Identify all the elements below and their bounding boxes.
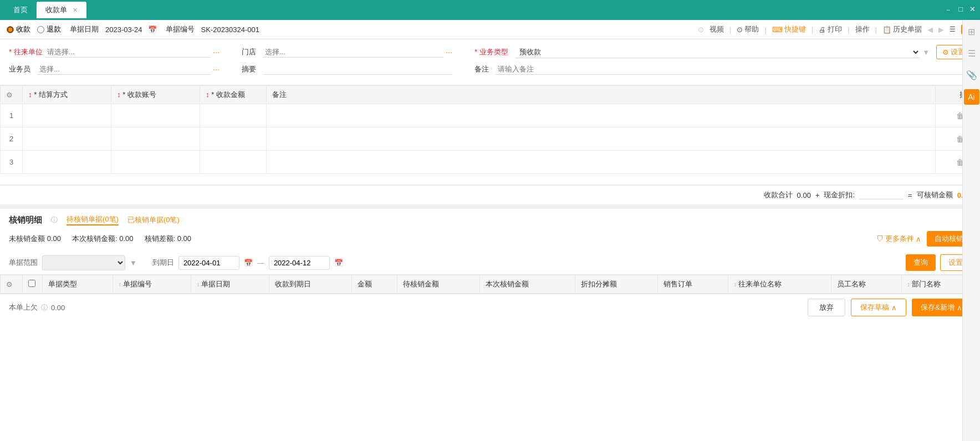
store-field: 门店 ··· (242, 47, 452, 58)
cell-note-1[interactable] (267, 104, 936, 127)
col-gear: ⚙ (1, 86, 23, 104)
reconciliation-section: 核销明细 ⓘ 待核销单据(0笔) 已核销单据(0笔) 未核销金额 0.00 本次… (0, 204, 980, 294)
cell-note-2[interactable] (267, 127, 936, 151)
store-label: 门店 (242, 47, 256, 57)
cell-amount-3[interactable] (200, 151, 267, 174)
btcol-discount: 折扣分摊额 (575, 275, 657, 294)
info-icon[interactable]: ⓘ (51, 216, 58, 225)
table-row: 1 🗑 ⊕ (1, 104, 980, 127)
number-label: 单据编号 (166, 24, 195, 34)
save-new-chevron-icon: ∧ (957, 304, 962, 312)
due-date-to-input[interactable] (269, 256, 330, 270)
counterpart-more-icon[interactable]: ··· (213, 48, 220, 57)
total-label: 收款合计 (764, 190, 793, 200)
salesperson-more-icon[interactable]: ··· (213, 65, 220, 74)
pending-tab[interactable]: 待核销单据(0笔) (67, 214, 119, 225)
main-table: ⚙ ↕ * 结算方式 ↕ * 收款账号 ↕ * 收款金额 (0, 85, 980, 174)
bottom-table-gear-icon[interactable]: ⚙ (6, 280, 13, 289)
cell-settlement-3[interactable] (23, 151, 111, 174)
main-content: 收款 退款 单据日期 2023-03-24 📅 单据编号 SK-20230324… (0, 20, 980, 441)
footer-info-icon[interactable]: ⓘ (41, 303, 48, 312)
discard-button[interactable]: 放弃 (808, 299, 845, 316)
help-btn[interactable]: ⊙ 帮助 (737, 24, 759, 34)
shortcut-btn[interactable]: ⌨ 快捷键 (772, 24, 806, 34)
close-icon[interactable]: ✕ (969, 5, 976, 15)
due-date-from-input[interactable] (178, 256, 239, 270)
video-btn[interactable]: 视频 (710, 24, 724, 34)
refund-radio-input[interactable] (37, 26, 44, 33)
date-calendar-icon[interactable]: 📅 (148, 25, 157, 34)
form-area: * 往来单位 ··· 门店 ··· * 业务类型 预收款 ▼ ⚙ 设置 (0, 39, 980, 85)
diff-stat: 核销差额: 0.00 (145, 234, 192, 244)
sidebar-table-icon[interactable]: ⊞ (966, 24, 977, 39)
cell-settlement-1[interactable] (23, 104, 111, 127)
print-btn[interactable]: 🖨 打印 (819, 24, 842, 34)
tab-close-icon[interactable]: ✕ (73, 7, 78, 13)
form-row-1: * 往来单位 ··· 门店 ··· * 业务类型 预收款 ▼ ⚙ 设置 (9, 45, 971, 59)
btcol-salesorder: 销售订单 (658, 275, 728, 294)
col-note: 备注 (267, 86, 936, 104)
tab-bar: 首页 收款单 ✕ － □ ✕ (0, 0, 980, 20)
maximize-icon[interactable]: □ (958, 5, 963, 15)
select-all-checkbox[interactable] (28, 280, 35, 287)
cell-note-3[interactable] (267, 151, 936, 174)
completed-tab[interactable]: 已核销单据(0笔) (127, 215, 180, 225)
sidebar-chat-icon[interactable]: Ai (964, 89, 979, 105)
sidebar-attachment-icon[interactable]: 📎 (964, 68, 979, 83)
cell-amount-1[interactable] (200, 104, 267, 127)
table-row: 3 🗑 ⊕ (1, 151, 980, 174)
range-select[interactable] (42, 255, 125, 270)
sep5: | (848, 25, 849, 34)
sidebar-list-icon[interactable]: ☰ (966, 46, 978, 61)
range-label: 单据范围 (9, 258, 38, 268)
due-date-label: 到期日 (152, 258, 174, 268)
summary-input[interactable] (263, 64, 452, 75)
calendar-from-icon[interactable]: 📅 (244, 259, 253, 267)
history-btn[interactable]: 📋 历史单据 (882, 24, 922, 34)
minimize-icon[interactable]: － (945, 5, 952, 15)
cell-account-3[interactable] (111, 151, 200, 174)
date-value: 2023-03-24 (105, 25, 142, 34)
counterpart-field: * 往来单位 ··· (9, 47, 220, 58)
table-gear-icon[interactable]: ⚙ (6, 91, 13, 99)
tab-home[interactable]: 首页 (4, 2, 37, 18)
business-type-select[interactable]: 预收款 (515, 46, 920, 58)
list-view-btn[interactable]: ☰ (950, 25, 956, 33)
refund-radio[interactable]: 退款 (37, 24, 61, 34)
btcol-amount: 金额 (352, 275, 397, 294)
range-dropdown-chevron: ▼ (130, 259, 137, 267)
date-range-separator: — (257, 259, 264, 267)
reconcil-stats: 未核销金额 0.00 本次核销金额: 0.00 核销差额: 0.00 ⛉ 更多条… (0, 229, 980, 251)
sep6: | (875, 25, 877, 34)
discount-input[interactable] (859, 191, 904, 199)
sep1: ⊙ (698, 25, 704, 34)
query-button[interactable]: 查询 (906, 254, 936, 271)
store-input[interactable] (263, 47, 443, 58)
cell-amount-2[interactable] (200, 127, 267, 151)
sep7: ◀ (927, 25, 933, 34)
filter-icon: ⛉ (876, 235, 884, 243)
sep3: | (764, 25, 766, 34)
salesperson-input[interactable] (37, 64, 211, 75)
equals-label: = (908, 191, 912, 199)
calendar-to-icon[interactable]: 📅 (334, 259, 343, 267)
col-amount: ↕ * 收款金额 (200, 86, 267, 104)
note-input[interactable] (496, 64, 971, 75)
receipt-radio-input[interactable] (7, 26, 14, 33)
cell-account-2[interactable] (111, 127, 200, 151)
cell-account-1[interactable] (111, 104, 200, 127)
save-draft-button[interactable]: 保存草稿 ∧ (851, 299, 906, 316)
discount-label: 现金折扣: (824, 190, 855, 200)
more-conditions-button[interactable]: ⛉ 更多条件 ∧ (876, 234, 921, 244)
business-type-chevron: ▼ (922, 48, 930, 57)
top-toolbar: 收款 退款 单据日期 2023-03-24 📅 单据编号 SK-20230324… (0, 20, 980, 39)
save-draft-chevron-icon: ∧ (891, 304, 897, 312)
receipt-radio[interactable]: 收款 (7, 24, 30, 34)
counterpart-input[interactable] (45, 47, 211, 58)
cell-settlement-2[interactable] (23, 127, 111, 151)
btcol-pending: 待核销金额 (397, 275, 479, 294)
tab-receipt[interactable]: 收款单 ✕ (37, 2, 86, 18)
operation-btn[interactable]: 操作 (855, 24, 870, 34)
number-value: SK-20230324-001 (201, 25, 260, 34)
store-more-icon[interactable]: ··· (446, 48, 452, 57)
